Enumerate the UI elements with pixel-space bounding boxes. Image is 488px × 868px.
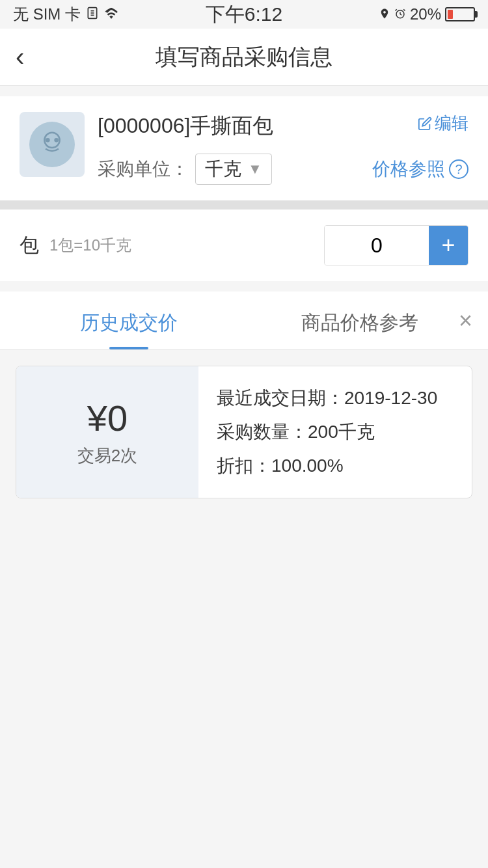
edit-label: 编辑: [435, 112, 468, 135]
discount-value: 100.00%: [271, 455, 344, 476]
price-right-panel: 最近成交日期：2019-12-30 采购数量：200千克 折扣：100.00%: [198, 366, 472, 498]
product-image: [20, 112, 85, 177]
unit-conversion: 1包=10千克: [49, 235, 131, 256]
currency-symbol: ¥: [87, 398, 107, 439]
battery-icon: [445, 7, 475, 21]
price-value: 0: [107, 398, 128, 439]
product-header: [0000006]手撕面包 编辑: [98, 112, 468, 141]
nav-title: 填写商品采购信息: [156, 42, 332, 72]
purchase-unit-row: 采购单位： 千克 ▼ 价格参照 ?: [98, 154, 468, 185]
tab-history-label: 历史成交价: [80, 312, 178, 333]
unit-selector[interactable]: 千克 ▼: [195, 154, 272, 185]
battery-percent-text: 20%: [410, 5, 441, 23]
product-info: [0000006]手撕面包 编辑 采购单位： 千克 ▼ 价格参照 ?: [98, 112, 468, 185]
status-right: 20%: [379, 5, 475, 23]
price-transactions: 交易2次: [77, 444, 137, 467]
gray-divider: [0, 200, 488, 210]
price-amount: ¥0: [87, 397, 128, 439]
quantity-row: 包 1包=10千克 +: [0, 210, 488, 281]
discount-label: 折扣：: [217, 455, 271, 476]
purchase-qty-row: 采购数量：200千克: [217, 420, 454, 444]
product-card: [0000006]手撕面包 编辑 采购单位： 千克 ▼ 价格参照 ?: [0, 96, 488, 200]
sim-icon: [86, 5, 99, 23]
tab-product-price-label: 商品价格参考: [301, 312, 418, 333]
quantity-unit-info: 包 1包=10千克: [20, 232, 131, 259]
discount-row: 折扣：100.00%: [217, 454, 454, 478]
svg-point-10: [46, 138, 50, 142]
quantity-input[interactable]: [325, 226, 429, 265]
price-ref-label: 价格参照: [372, 157, 445, 182]
product-name: [0000006]手撕面包: [98, 112, 273, 141]
tab-history-price[interactable]: 历史成交价: [13, 292, 244, 349]
svg-point-11: [54, 138, 59, 142]
recent-date-label: 最近成交日期：: [217, 388, 344, 408]
tabs-bar: 历史成交价 商品价格参考 ×: [0, 292, 488, 350]
svg-line-6: [400, 14, 401, 16]
quantity-plus-button[interactable]: +: [429, 226, 468, 265]
product-thumbnail: [29, 122, 75, 167]
unit-label: 采购单位：: [98, 157, 189, 182]
unit-badge: 包: [20, 232, 39, 259]
svg-line-8: [403, 9, 405, 10]
alarm-icon: [394, 5, 406, 23]
close-button[interactable]: ×: [459, 307, 472, 334]
price-card: ¥0 交易2次 最近成交日期：2019-12-30 采购数量：200千克 折扣：…: [16, 366, 472, 498]
status-left: 无 SIM 卡: [13, 4, 118, 25]
status-bar: 无 SIM 卡 下午6:12: [0, 0, 488, 29]
tab-product-price-ref[interactable]: 商品价格参考: [244, 292, 475, 349]
unit-arrow-icon: ▼: [248, 161, 262, 178]
back-button[interactable]: ‹: [16, 42, 24, 72]
recent-date-value: 2019-12-30: [344, 388, 437, 408]
price-ref-info-icon: ?: [449, 159, 468, 179]
price-ref-button[interactable]: 价格参照 ?: [372, 157, 468, 182]
quantity-input-group: +: [324, 225, 468, 265]
tab-active-underline: [109, 347, 148, 349]
time-display: 下午6:12: [206, 1, 282, 28]
edit-button[interactable]: 编辑: [418, 112, 468, 135]
price-left-panel: ¥0 交易2次: [16, 366, 198, 498]
svg-line-7: [395, 9, 396, 10]
recent-date-row: 最近成交日期：2019-12-30: [217, 386, 454, 411]
battery-fill: [448, 10, 453, 19]
purchase-qty-value: 200千克: [308, 422, 375, 442]
location-icon: [379, 5, 390, 23]
main-content: ¥0 交易2次 最近成交日期：2019-12-30 采购数量：200千克 折扣：…: [0, 366, 488, 756]
carrier-text: 无 SIM 卡: [13, 4, 81, 25]
unit-value: 千克: [205, 157, 241, 182]
nav-bar: ‹ 填写商品采购信息: [0, 29, 488, 86]
purchase-qty-label: 采购数量：: [217, 422, 308, 442]
wifi-icon: [104, 5, 118, 23]
